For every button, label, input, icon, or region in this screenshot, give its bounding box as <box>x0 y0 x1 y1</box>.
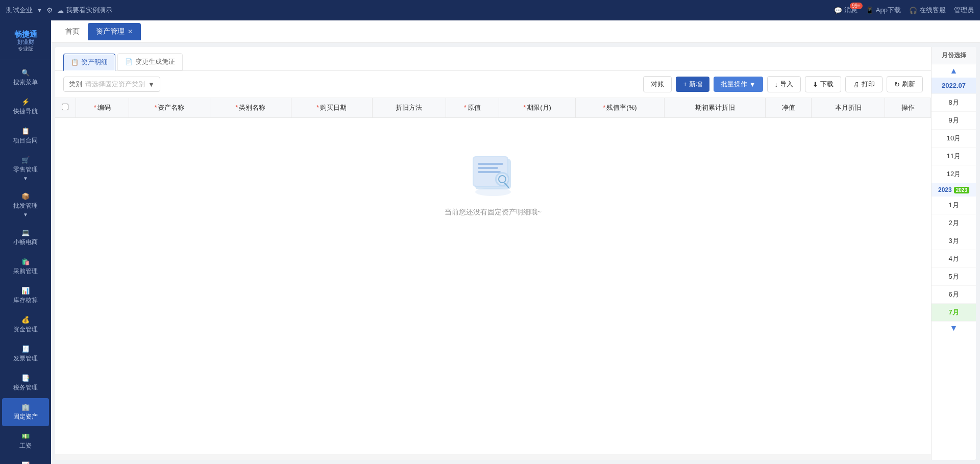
bottom-scrollbar[interactable] <box>55 454 931 460</box>
lightning-icon: ⚡ <box>21 98 30 106</box>
app-logo: 畅捷通 好业财 专业版 <box>0 25 51 60</box>
tab-bar: 首页 资产管理 ✕ <box>51 20 980 43</box>
project-icon: 📋 <box>21 127 30 135</box>
svg-rect-6 <box>478 171 501 173</box>
chevron-down-icon: ▼ <box>23 176 28 181</box>
message-icon: 💬 <box>834 7 842 14</box>
headset-icon: 🎧 <box>909 7 917 14</box>
sidebar-item-payroll[interactable]: 💵 工资 <box>2 427 49 455</box>
tab-home[interactable]: 首页 <box>57 23 88 40</box>
th-monthly-depreciation: 本月折旧 <box>811 98 885 118</box>
sub-tab-voucher[interactable]: 📄 变更生成凭证 <box>117 53 183 70</box>
message-badge: 99+ <box>850 3 863 9</box>
sidebar-label-payroll: 工资 <box>19 442 32 450</box>
table-wrap: *编码 *资产名称 *类别名称 *购买日期 折旧方法 *原值 *期限(月) *残… <box>55 98 931 454</box>
chevron-down-icon-2: ▼ <box>23 212 28 217</box>
sidebar-label-wholesale: 批发管理 <box>13 202 38 210</box>
sidebar-label-fixed-assets: 固定资产 <box>13 412 38 421</box>
download-icon: ⬇ <box>813 81 818 88</box>
sidebar-item-purchase[interactable]: 🛍️ 采购管理 <box>2 253 49 281</box>
ops-icon: 📈 <box>21 461 30 464</box>
sidebar-label-inventory: 库存核算 <box>13 296 38 305</box>
sidebar-item-wholesale[interactable]: 📦 批发管理 ▼ <box>2 187 49 223</box>
th-accumulated-depreciation: 期初累计折旧 <box>664 98 765 118</box>
month-selected[interactable]: 2022.07 <box>932 78 976 94</box>
month-2023-1[interactable]: 1月 <box>932 197 976 214</box>
sidebar-item-capital[interactable]: 💰 资金管理 <box>2 311 49 339</box>
month-8[interactable]: 8月 <box>932 94 976 112</box>
top-bar-right: 💬 消息 99+ 📱 App下载 🎧 在线客服 管理员 <box>834 6 974 15</box>
sidebar-item-quick-nav[interactable]: ⚡ 快捷导航 <box>2 93 49 121</box>
category-filter[interactable]: 类别 请选择固定资产类别 ▼ <box>63 77 160 92</box>
month-2023-5[interactable]: 5月 <box>932 268 976 286</box>
sidebar-label-ecommerce: 小畅电商 <box>13 238 38 247</box>
month-nav-down[interactable]: ▼ <box>932 322 976 335</box>
sidebar-label-quick-nav: 快捷导航 <box>13 107 38 116</box>
print-icon: 🖨 <box>853 81 860 88</box>
sidebar-item-invoice[interactable]: 🧾 发票管理 <box>2 340 49 368</box>
sidebar-label-search: 搜索菜单 <box>13 78 38 87</box>
import-button[interactable]: ↓ 导入 <box>767 76 801 92</box>
filter-dropdown-icon: ▼ <box>148 81 155 88</box>
sidebar-label-purchase: 采购管理 <box>13 267 38 276</box>
purchase-icon: 🛍️ <box>21 258 30 265</box>
month-2023-6[interactable]: 6月 <box>932 286 976 304</box>
month-2023-3[interactable]: 3月 <box>932 232 976 250</box>
message-button[interactable]: 💬 消息 99+ <box>834 6 857 15</box>
sidebar-item-ecommerce[interactable]: 💻 小畅电商 <box>2 224 49 252</box>
sidebar-item-retail[interactable]: 🛒 零售管理 ▼ <box>2 151 49 186</box>
app-download-button[interactable]: 📱 App下载 <box>866 6 901 15</box>
sub-tabs: 📋 资产明细 📄 变更生成凭证 <box>55 47 931 71</box>
month-2023-4[interactable]: 4月 <box>932 250 976 268</box>
fixed-assets-icon: 🏢 <box>21 403 30 411</box>
select-all-checkbox[interactable] <box>62 104 68 110</box>
company-name: 测试企业 <box>6 6 33 15</box>
app-name: 畅捷通 好业财 <box>4 30 47 45</box>
sub-tab-asset-detail[interactable]: 📋 资产明细 <box>63 54 115 71</box>
month-9[interactable]: 9月 <box>932 112 976 130</box>
refresh-icon: ↻ <box>894 81 900 88</box>
empty-state-row: 当前您还没有固定资产明细哦~ <box>55 118 931 248</box>
th-residual-rate: *残值率(%) <box>575 98 664 118</box>
svg-rect-4 <box>478 163 503 165</box>
month-2023-2[interactable]: 2月 <box>932 214 976 232</box>
print-button[interactable]: 🖨 打印 <box>845 76 883 92</box>
month-11[interactable]: 11月 <box>932 148 976 165</box>
top-bar-left: 测试企业 ▼ ⚙ ☁ 我要看实例演示 <box>6 6 112 15</box>
sidebar-item-fixed-assets[interactable]: 🏢 固定资产 <box>2 398 49 426</box>
th-net-value: 净值 <box>766 98 812 118</box>
import-icon: ↓ <box>775 81 778 88</box>
capital-icon: 💰 <box>21 316 30 324</box>
filter-select-placeholder: 请选择固定资产类别 <box>85 80 145 89</box>
download-button[interactable]: ⬇ 下载 <box>805 76 841 92</box>
sidebar-item-project[interactable]: 📋 项目合同 <box>2 122 49 150</box>
month-12[interactable]: 12月 <box>932 165 976 183</box>
username: 管理员 <box>954 6 974 15</box>
month-nav-up[interactable]: ▲ <box>932 64 976 78</box>
table-header-row: *编码 *资产名称 *类别名称 *购买日期 折旧方法 *原值 *期限(月) *残… <box>55 98 931 118</box>
sidebar-item-ops[interactable]: 📈 经营管理 <box>2 456 49 464</box>
doc-icon: 📄 <box>125 58 133 65</box>
company-dropdown-icon[interactable]: ▼ <box>37 7 42 13</box>
empty-state: 当前您还没有固定资产明细哦~ <box>55 118 931 248</box>
left-panel: 📋 资产明细 📄 变更生成凭证 类别 请选择固定资产类别 ▼ <box>55 47 931 460</box>
reconcile-button[interactable]: 对账 <box>643 76 672 92</box>
empty-text: 当前您还没有固定资产明细哦~ <box>445 208 542 217</box>
online-service-button[interactable]: 🎧 在线客服 <box>909 6 946 15</box>
sidebar-item-tax[interactable]: 📑 税务管理 <box>2 369 49 397</box>
sidebar-item-inventory[interactable]: 📊 库存核算 <box>2 282 49 310</box>
settings-icon[interactable]: ⚙ <box>46 6 53 14</box>
asset-table: *编码 *资产名称 *类别名称 *购买日期 折旧方法 *原值 *期限(月) *残… <box>55 98 931 248</box>
month-panel-title: 月份选择 <box>932 47 976 64</box>
sidebar-item-search[interactable]: 🔍 搜索菜单 <box>2 64 49 92</box>
sidebar-label-project: 项目合同 <box>13 136 38 145</box>
demo-link[interactable]: ☁ 我要看实例演示 <box>57 6 112 15</box>
batch-button[interactable]: 批量操作 ▼ <box>714 77 763 92</box>
tab-close-icon[interactable]: ✕ <box>128 28 133 35</box>
month-10[interactable]: 10月 <box>932 130 976 148</box>
month-2023-7[interactable]: 7月 <box>932 304 976 322</box>
refresh-button[interactable]: ↻ 刷新 <box>887 76 923 92</box>
th-asset-name: *资产名称 <box>129 98 210 118</box>
add-button[interactable]: + 新增 <box>676 77 709 92</box>
tab-asset-mgmt[interactable]: 资产管理 ✕ <box>88 23 141 40</box>
